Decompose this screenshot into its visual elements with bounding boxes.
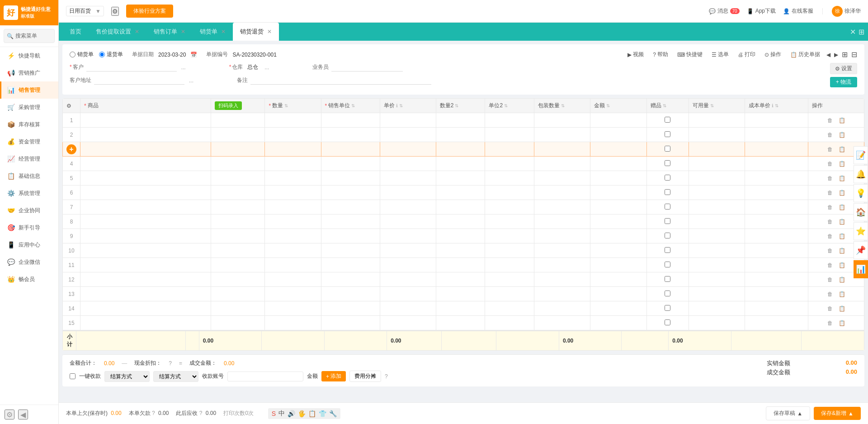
row-available-5[interactable] — [689, 171, 745, 186]
row-price-1[interactable] — [380, 113, 436, 128]
qty-sort-icon[interactable]: ⇅ — [284, 103, 288, 108]
row-qty2-11[interactable] — [436, 258, 485, 272]
nav-prev-button[interactable]: ◀ — [826, 52, 830, 58]
row-unit-13[interactable] — [321, 287, 380, 301]
print-button[interactable]: 🖨 打印 — [735, 50, 758, 59]
row-product-11[interactable] — [80, 258, 211, 272]
row-qty2-5[interactable] — [436, 171, 485, 186]
right-panel-btn-4[interactable]: 🏠 — [854, 203, 868, 221]
row-unit2-7[interactable] — [485, 200, 534, 214]
row-pkg-11[interactable] — [534, 258, 590, 272]
tab-sale-return[interactable]: 销货退货 ✕ — [233, 23, 279, 41]
row-available-9[interactable] — [689, 229, 745, 243]
row-available-3[interactable] — [689, 142, 745, 157]
row-qty-2[interactable] — [265, 128, 321, 142]
row-qty-9[interactable] — [265, 229, 321, 243]
row-unit-3[interactable] — [321, 142, 380, 157]
row-price-15[interactable] — [380, 316, 436, 330]
experience-button[interactable]: 体验行业方案 — [126, 5, 173, 18]
sidebar-item-purchase[interactable]: 🛒 采购管理 — [0, 99, 58, 116]
radio-return-input[interactable] — [99, 52, 105, 57]
row-copy-11[interactable]: 📋 — [837, 260, 847, 270]
cost-sort-icon[interactable]: ⇅ — [775, 103, 778, 108]
single-debt-help-icon[interactable]: ? — [152, 410, 155, 416]
tab-sale-price-setting[interactable]: 售价提取设置 ✕ — [89, 23, 146, 41]
module-selector[interactable]: 日用百货 ▼ — [66, 6, 104, 16]
row-price-2[interactable] — [380, 128, 436, 142]
fee-split-button[interactable]: 费用分摊 — [349, 371, 381, 382]
row-qty2-3[interactable] — [436, 142, 485, 157]
online-service-button[interactable]: 👤 在线客服 — [783, 7, 813, 15]
tab-maximize-button[interactable]: ⊞ — [859, 28, 864, 36]
row-amount-8[interactable] — [590, 214, 646, 229]
row-cost-11[interactable] — [745, 258, 808, 272]
view-detail-button[interactable]: ⊟ — [851, 50, 857, 59]
row-pkg-1[interactable] — [534, 113, 590, 128]
row-gift-11[interactable] — [646, 258, 689, 272]
row-qty-4[interactable] — [265, 157, 321, 171]
tab-close-all-button[interactable]: ✕ — [850, 28, 856, 36]
row-available-4[interactable] — [689, 157, 745, 171]
taskbar-icon-4[interactable]: 🖐 — [298, 410, 306, 417]
price-sort-icon[interactable]: ⇅ — [399, 103, 403, 108]
row-pkg-7[interactable] — [534, 200, 590, 214]
tab-sale-delivery[interactable]: 销货单 ✕ — [193, 23, 233, 41]
row-cost-1[interactable] — [745, 113, 808, 128]
tab-close-sale-return[interactable]: ✕ — [267, 29, 272, 35]
sidebar-item-operation[interactable]: 📈 经营管理 — [0, 150, 58, 167]
accounting-method-select[interactable]: 结算方式 — [104, 371, 150, 382]
gift-checkbox-10[interactable] — [665, 247, 670, 253]
row-delete-14[interactable]: 🗑 — [825, 304, 835, 314]
row-product-6[interactable] — [80, 186, 211, 200]
row-amount-1[interactable] — [590, 113, 646, 128]
row-qty2-1[interactable] — [436, 113, 485, 128]
message-button[interactable]: 💬 消息 70 — [709, 7, 740, 15]
row-gift-15[interactable] — [646, 316, 689, 330]
scan-btn[interactable]: 扫码录入 — [215, 101, 242, 110]
row-pkg-3[interactable] — [534, 142, 590, 157]
row-copy-5[interactable]: 📋 — [837, 173, 847, 183]
row-qty-6[interactable] — [265, 186, 321, 200]
row-pkg-8[interactable] — [534, 214, 590, 229]
row-gift-7[interactable] — [646, 200, 689, 214]
row-cost-7[interactable] — [745, 200, 808, 214]
row-gift-9[interactable] — [646, 229, 689, 243]
row-cost-9[interactable] — [745, 229, 808, 243]
row-qty2-6[interactable] — [436, 186, 485, 200]
qty2-sort-icon[interactable]: ⇅ — [455, 103, 458, 108]
row-amount-2[interactable] — [590, 128, 646, 142]
save-and-new-button[interactable]: 保存&新增 ▲ — [814, 407, 861, 420]
row-unit2-13[interactable] — [485, 287, 534, 301]
gift-sort-icon[interactable]: ⇅ — [663, 103, 666, 108]
row-unit2-5[interactable] — [485, 171, 534, 186]
row-unit2-3[interactable] — [485, 142, 534, 157]
row-unit2-14[interactable] — [485, 301, 534, 316]
row-copy-10[interactable]: 📋 — [837, 246, 847, 256]
row-unit-2[interactable] — [321, 128, 380, 142]
row-copy-3[interactable]: 📋 — [837, 144, 847, 154]
row-amount-14[interactable] — [590, 301, 646, 316]
row-available-1[interactable] — [689, 113, 745, 128]
row-copy-13[interactable]: 📋 — [837, 289, 847, 299]
row-unit2-15[interactable] — [485, 316, 534, 330]
row-delete-13[interactable]: 🗑 — [825, 289, 835, 299]
radio-sale[interactable]: 销货单 — [70, 51, 94, 58]
address-input[interactable] — [94, 76, 184, 85]
row-cost-10[interactable] — [745, 243, 808, 258]
row-gift-10[interactable] — [646, 243, 689, 258]
row-cost-12[interactable] — [745, 272, 808, 287]
select-order-button[interactable]: ☰ 选单 — [709, 50, 731, 59]
help-discount-icon[interactable]: ? — [169, 360, 172, 367]
gift-checkbox-6[interactable] — [665, 189, 670, 195]
sidebar-item-sales[interactable]: 📊 销售管理 — [0, 81, 58, 99]
row-amount-9[interactable] — [590, 229, 646, 243]
row-unit-5[interactable] — [321, 171, 380, 186]
row-copy-8[interactable]: 📋 — [837, 217, 847, 227]
row-qty-12[interactable] — [265, 272, 321, 287]
right-panel-btn-2[interactable]: 🔔 — [854, 165, 868, 183]
row-qty-15[interactable] — [265, 316, 321, 330]
gift-checkbox-11[interactable] — [665, 262, 670, 267]
row-price-4[interactable] — [380, 157, 436, 171]
video-help-button[interactable]: ▶ 视频 — [625, 50, 646, 59]
row-qty2-8[interactable] — [436, 214, 485, 229]
